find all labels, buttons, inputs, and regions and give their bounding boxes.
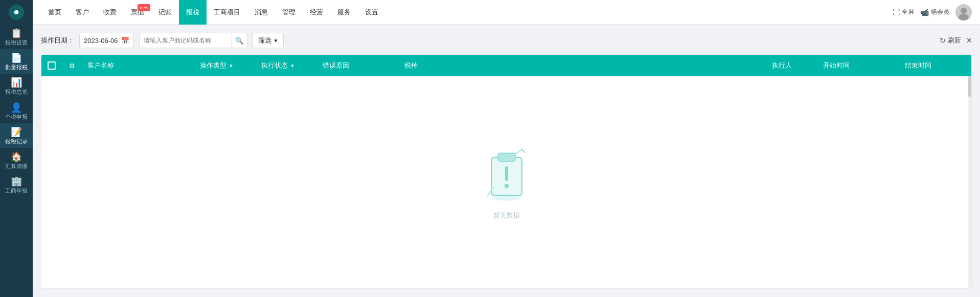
- sidebar-item-baoshui-shezhi[interactable]: 📋 报税设置: [0, 25, 33, 49]
- nav-item-jingying[interactable]: 经营: [303, 0, 330, 25]
- th-end-time: 结束时间: [900, 55, 971, 76]
- th-error-reason: 错误原因: [317, 55, 399, 76]
- sidebar-item-geshui-shenbao[interactable]: 👤 个税申报: [0, 99, 33, 123]
- th-exec-status[interactable]: 执行状态 ▼: [256, 55, 317, 76]
- sidebar-item-label: 报税记录: [5, 138, 28, 145]
- personal-tax-icon: 👤: [11, 103, 22, 112]
- video-icon: 📹: [920, 8, 929, 16]
- nav-items: 首页 客户 收费 票据 new 记账 报税 工商项目 消息: [41, 0, 893, 25]
- table: ⚙ 客户名称 操作类型 ▼ 执行状态 ▼ 错误原因 税种: [41, 54, 972, 289]
- nav-item-shoufei[interactable]: 收费: [96, 0, 124, 25]
- svg-point-8: [505, 184, 509, 188]
- svg-rect-6: [498, 153, 515, 161]
- sidebar-item-label: 个税申报: [5, 114, 28, 120]
- sidebar-item-huisuan-jiaona[interactable]: 🏠 汇算清缴: [0, 148, 33, 173]
- refresh-icon: ↻: [940, 36, 946, 45]
- fullscreen-button[interactable]: ⛶ 全屏: [893, 8, 914, 16]
- search-icon: 🔍: [235, 37, 244, 45]
- report-overview-icon: 📊: [11, 78, 22, 87]
- nav-item-home[interactable]: 首页: [41, 0, 69, 25]
- svg-line-9: [514, 150, 522, 155]
- sidebar-item-label: 工商年报: [5, 187, 28, 194]
- annual-report-icon: 🏢: [11, 177, 22, 186]
- nav-item-baoshui[interactable]: 报税: [179, 0, 207, 25]
- filter-button[interactable]: 筛选 ▼: [253, 33, 284, 48]
- date-input[interactable]: 2023-06-06 📅: [79, 33, 134, 48]
- sidebar-item-piliang-baoshui[interactable]: 📄 批量报税: [0, 49, 33, 74]
- svg-point-11: [492, 196, 521, 201]
- empty-text: 暂无数据: [493, 211, 520, 220]
- sidebar-item-label: 报税设置: [5, 39, 28, 46]
- nav-item-jizhang[interactable]: 记账: [151, 0, 179, 25]
- svg-point-1: [14, 10, 18, 14]
- svg-line-10: [522, 150, 525, 152]
- topnav: 首页 客户 收费 票据 new 记账 报税 工商项目 消息: [33, 0, 980, 25]
- nav-item-fuwu[interactable]: 服务: [330, 0, 358, 25]
- th-tax-type: 税种: [399, 55, 767, 76]
- sidebar-item-label: 报税总览: [5, 89, 28, 95]
- sidebar-logo: [0, 0, 33, 25]
- batch-report-icon: 📄: [11, 53, 22, 62]
- search-wrap: 🔍: [139, 33, 247, 48]
- svg-rect-7: [505, 166, 508, 181]
- refresh-button[interactable]: ↻ 刷新: [940, 36, 961, 45]
- settlement-icon: 🏠: [11, 152, 22, 161]
- sidebar-item-label: 批量报税: [5, 64, 28, 71]
- avatar[interactable]: [955, 4, 972, 20]
- nav-item-xiaoxi[interactable]: 消息: [247, 0, 275, 25]
- svg-point-3: [961, 8, 967, 14]
- empty-illustration: [481, 144, 532, 206]
- th-customer-name: 客户名称: [82, 55, 195, 76]
- chevron-down-icon: ▼: [274, 38, 279, 44]
- nav-item-piao[interactable]: 票据 new: [124, 0, 151, 25]
- scrollbar-thumb[interactable]: [968, 76, 971, 97]
- date-label: 操作日期：: [41, 36, 74, 45]
- sort-icon: ▼: [290, 63, 295, 69]
- nav-item-guanli[interactable]: 管理: [275, 0, 303, 25]
- tax-record-icon: 📝: [11, 128, 22, 137]
- table-header: ⚙ 客户名称 操作类型 ▼ 执行状态 ▼ 错误原因 税种: [41, 55, 971, 76]
- sort-icon: ▼: [229, 63, 234, 69]
- close-button[interactable]: ×: [966, 36, 972, 45]
- calendar-icon: 📅: [121, 37, 129, 45]
- select-all-checkbox[interactable]: [48, 61, 56, 70]
- member-button[interactable]: 📹 畅会员: [920, 8, 949, 16]
- nav-item-shezhi[interactable]: 设置: [358, 0, 385, 25]
- sidebar-item-baoshui-zonglai[interactable]: 📊 报税总览: [0, 74, 33, 98]
- sidebar-item-label: 汇算清缴: [5, 163, 28, 169]
- main: 首页 客户 收费 票据 new 记账 报税 工商项目 消息: [33, 0, 980, 297]
- new-badge: new: [138, 4, 150, 11]
- nav-item-customer[interactable]: 客户: [69, 0, 96, 25]
- topnav-right: ⛶ 全屏 📹 畅会员: [893, 4, 972, 20]
- settings-icon: ⚙: [69, 62, 75, 70]
- th-settings[interactable]: ⚙: [62, 55, 82, 76]
- th-checkbox[interactable]: [41, 55, 62, 76]
- fullscreen-icon: ⛶: [893, 8, 900, 16]
- sidebar: 📋 报税设置 📄 批量报税 📊 报税总览 👤 个税申报 📝 报税记录 🏠 汇算清…: [0, 0, 33, 297]
- th-start-time: 开始时间: [818, 55, 900, 76]
- search-button[interactable]: 🔍: [232, 33, 247, 48]
- th-executor: 执行人: [767, 55, 818, 76]
- toolbar: 操作日期： 2023-06-06 📅 🔍 筛选 ▼ ↻ 刷新 ×: [41, 33, 972, 48]
- sidebar-item-gongshang-nianbao[interactable]: 🏢 工商年报: [0, 173, 33, 197]
- nav-item-gongshang-xiangmu[interactable]: 工商项目: [207, 0, 247, 25]
- table-body: 暂无数据: [41, 76, 971, 288]
- th-operation-type[interactable]: 操作类型 ▼: [195, 55, 256, 76]
- content: 操作日期： 2023-06-06 📅 🔍 筛选 ▼ ↻ 刷新 ×: [33, 25, 980, 297]
- scrollbar[interactable]: [968, 76, 971, 288]
- report-settings-icon: 📋: [11, 29, 22, 38]
- search-input[interactable]: [140, 37, 232, 44]
- sidebar-item-baoshui-jilu[interactable]: 📝 报税记录: [0, 123, 33, 148]
